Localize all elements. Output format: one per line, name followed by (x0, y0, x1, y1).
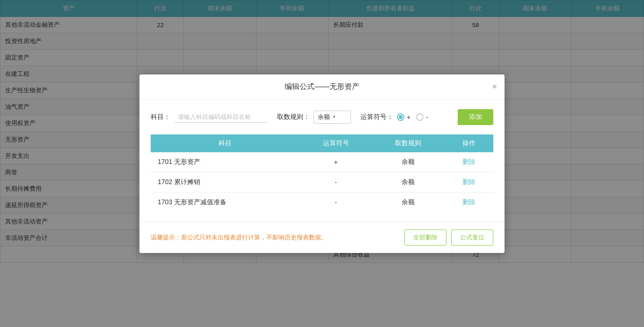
modal-header: 编辑公式——无形资产 × (139, 74, 505, 100)
hint-prefix: 温馨提示： (151, 234, 181, 241)
radio-plus[interactable]: + (397, 113, 410, 121)
formula-operator: - (300, 192, 372, 212)
modal-backdrop: 编辑公式——无形资产 × 科目： 取数规则： 余额 ▼ (0, 0, 644, 327)
delete-link[interactable]: 删除 (462, 158, 476, 165)
subject-input[interactable] (174, 111, 268, 123)
modal-dialog: 编辑公式——无形资产 × 科目： 取数规则： 余额 ▼ (139, 74, 505, 253)
modal-footer: 温馨提示：新公式只对未出报表进行计算，不影响历史报表数据。 全部删除 公式复位 (139, 222, 505, 253)
formula-table: 科目 运算符号 取数规则 操作 1701 无形资产+余额删除1702 累计摊销-… (151, 134, 493, 212)
delete-all-button[interactable]: 全部删除 (404, 230, 446, 245)
rule-group: 取数规则： 余额 ▼ (277, 111, 351, 124)
operator-group: 运算符号： + - (360, 113, 428, 121)
chevron-down-icon: ▼ (332, 114, 337, 119)
formula-action[interactable]: 删除 (445, 172, 493, 192)
formula-subject: 1703 无形资产减值准备 (151, 192, 300, 212)
radio-plus-label: + (407, 113, 410, 121)
radio-minus[interactable]: - (416, 113, 428, 121)
table-row: 1703 无形资产减值准备-余额删除 (151, 192, 493, 212)
rule-select[interactable]: 余额 ▼ (314, 111, 351, 124)
operator-label: 运算符号： (360, 113, 393, 121)
table-header-rule: 取数规则 (372, 134, 445, 152)
formula-operator: + (300, 152, 372, 172)
rule-select-value: 余额 (318, 113, 330, 121)
radio-minus-circle (416, 113, 424, 121)
table-row: 1702 累计摊销-余额删除 (151, 172, 493, 192)
add-button[interactable]: 添加 (458, 109, 493, 125)
rule-label: 取数规则： (277, 113, 310, 121)
formula-operator: - (300, 172, 372, 192)
table-header-action: 操作 (445, 134, 493, 152)
table-header-subject: 科目 (151, 134, 300, 152)
hint-main: 新公式只对未出报表进行计算，不影响历史报表数据。 (181, 234, 327, 241)
formula-action[interactable]: 删除 (445, 152, 493, 172)
hint-text: 温馨提示：新公式只对未出报表进行计算，不影响历史报表数据。 (151, 233, 327, 242)
subject-label: 科目： (151, 113, 170, 121)
table-header-operator: 运算符号 (300, 134, 372, 152)
modal-close-button[interactable]: × (492, 82, 497, 92)
formula-subject: 1701 无形资产 (151, 152, 300, 172)
formula-rule: 余额 (372, 192, 445, 212)
formula-rule: 余额 (372, 172, 445, 192)
delete-link[interactable]: 删除 (462, 178, 476, 186)
radio-minus-label: - (426, 113, 428, 121)
radio-plus-circle (397, 113, 404, 121)
modal-title: 编辑公式——无形资产 (285, 82, 359, 90)
form-row: 科目： 取数规则： 余额 ▼ 运算符号： (151, 109, 493, 125)
modal-body: 科目： 取数规则： 余额 ▼ 运算符号： (139, 100, 505, 222)
footer-buttons: 全部删除 公式复位 (404, 230, 493, 245)
formula-subject: 1702 累计摊销 (151, 172, 300, 192)
reset-formula-button[interactable]: 公式复位 (451, 230, 493, 245)
delete-link[interactable]: 删除 (462, 198, 476, 206)
formula-action[interactable]: 删除 (445, 192, 493, 212)
subject-group: 科目： (151, 111, 268, 123)
radio-group: + - (397, 113, 428, 121)
formula-rule: 余额 (372, 152, 445, 172)
table-row: 1701 无形资产+余额删除 (151, 152, 493, 172)
